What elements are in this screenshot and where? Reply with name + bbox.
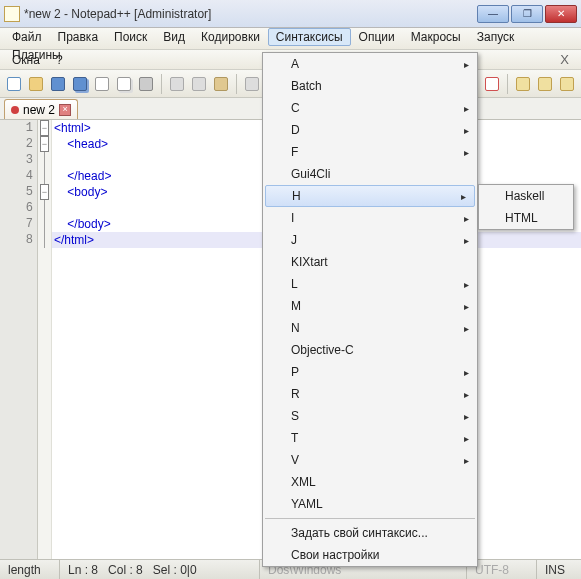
- syntax-subitem-haskell[interactable]: Haskell: [479, 185, 573, 207]
- unsaved-indicator-icon: [11, 106, 19, 114]
- menu-encoding[interactable]: Кодировки: [193, 28, 268, 46]
- line-number: 7: [0, 216, 37, 232]
- status-length: length: [0, 560, 60, 579]
- toolbar-separator: [236, 74, 237, 94]
- fold-line: [44, 232, 45, 248]
- toggle-icon[interactable]: [482, 74, 502, 94]
- line-number: 8: [0, 232, 37, 248]
- menu-run[interactable]: Запуск: [469, 28, 523, 46]
- undo-icon[interactable]: [242, 74, 262, 94]
- chevron-right-icon: ▸: [464, 59, 469, 70]
- syntax-h-submenu: Haskell HTML: [478, 184, 574, 230]
- menu-help[interactable]: ?: [48, 51, 71, 69]
- toolbar-separator: [507, 74, 508, 94]
- menu-syntax[interactable]: Синтаксисы: [268, 28, 351, 46]
- line-number-gutter: 1 2 3 4 5 6 7 8: [0, 120, 38, 579]
- close-button[interactable]: ✕: [545, 5, 577, 23]
- show-all-icon[interactable]: [535, 74, 555, 94]
- menubar: Файл Правка Поиск Вид Кодировки Синтакси…: [0, 28, 581, 50]
- fold-column: − − −: [38, 120, 52, 579]
- line-number: 6: [0, 200, 37, 216]
- syntax-item-f[interactable]: F▸: [263, 141, 477, 163]
- paste-icon[interactable]: [211, 74, 231, 94]
- menubar-close-x[interactable]: X: [552, 52, 577, 67]
- syntax-item-a[interactable]: A▸: [263, 53, 477, 75]
- chevron-right-icon: ▸: [464, 367, 469, 378]
- syntax-item-gui4cli[interactable]: Gui4Cli: [263, 163, 477, 185]
- close-file-icon[interactable]: [92, 74, 112, 94]
- tab-new2[interactable]: new 2 ×: [4, 99, 78, 119]
- chevron-right-icon: ▸: [461, 191, 466, 202]
- fold-line: [44, 216, 45, 232]
- tab-label: new 2: [23, 103, 55, 117]
- chevron-right-icon: ▸: [464, 411, 469, 422]
- line-number: 5: [0, 184, 37, 200]
- syntax-item-h[interactable]: H▸: [265, 185, 475, 207]
- syntax-item-c[interactable]: C▸: [263, 97, 477, 119]
- chevron-right-icon: ▸: [464, 235, 469, 246]
- syntax-item-settings[interactable]: Свои настройки: [263, 544, 477, 566]
- syntax-subitem-html[interactable]: HTML: [479, 207, 573, 229]
- chevron-right-icon: ▸: [464, 213, 469, 224]
- menu-view[interactable]: Вид: [155, 28, 193, 46]
- window-titlebar: *new 2 - Notepad++ [Administrator] — ❐ ✕: [0, 0, 581, 28]
- syntax-item-yaml[interactable]: YAML: [263, 493, 477, 515]
- menu-edit[interactable]: Правка: [50, 28, 107, 46]
- line-number: 2: [0, 136, 37, 152]
- chevron-right-icon: ▸: [464, 147, 469, 158]
- chevron-right-icon: ▸: [464, 301, 469, 312]
- cut-icon[interactable]: [167, 74, 187, 94]
- save-icon[interactable]: [48, 74, 68, 94]
- tab-close-icon[interactable]: ×: [59, 104, 71, 116]
- syntax-item-objc[interactable]: Objective-C: [263, 339, 477, 361]
- fold-box-icon[interactable]: −: [40, 120, 49, 136]
- menu-windows[interactable]: Окна: [4, 51, 48, 69]
- print-icon[interactable]: [136, 74, 156, 94]
- fold-box-icon[interactable]: −: [40, 136, 49, 152]
- syntax-item-v[interactable]: V▸: [263, 449, 477, 471]
- window-buttons: — ❐ ✕: [477, 5, 577, 23]
- syntax-item-m[interactable]: M▸: [263, 295, 477, 317]
- syntax-dropdown: A▸ Batch C▸ D▸ F▸ Gui4Cli H▸ I▸ J▸ KIXta…: [262, 52, 478, 567]
- syntax-item-r[interactable]: R▸: [263, 383, 477, 405]
- open-file-icon[interactable]: [26, 74, 46, 94]
- indent-guide-icon[interactable]: [557, 74, 577, 94]
- save-all-icon[interactable]: [70, 74, 90, 94]
- syntax-item-n[interactable]: N▸: [263, 317, 477, 339]
- menu-macros[interactable]: Макросы: [403, 28, 469, 46]
- chevron-right-icon: ▸: [464, 125, 469, 136]
- window-title: *new 2 - Notepad++ [Administrator]: [24, 7, 477, 21]
- syntax-item-custom[interactable]: Задать свой синтаксис...: [263, 522, 477, 544]
- menu-search[interactable]: Поиск: [106, 28, 155, 46]
- syntax-item-p[interactable]: P▸: [263, 361, 477, 383]
- chevron-right-icon: ▸: [464, 455, 469, 466]
- syntax-item-j[interactable]: J▸: [263, 229, 477, 251]
- status-insert-mode: INS: [537, 560, 581, 579]
- syntax-item-l[interactable]: L▸: [263, 273, 477, 295]
- syntax-item-batch[interactable]: Batch: [263, 75, 477, 97]
- syntax-item-d[interactable]: D▸: [263, 119, 477, 141]
- syntax-item-xml[interactable]: XML: [263, 471, 477, 493]
- menu-options[interactable]: Опции: [351, 28, 403, 46]
- close-all-icon[interactable]: [114, 74, 134, 94]
- minimize-button[interactable]: —: [477, 5, 509, 23]
- maximize-button[interactable]: ❐: [511, 5, 543, 23]
- fold-line: [44, 152, 45, 168]
- new-file-icon[interactable]: [4, 74, 24, 94]
- line-number: 4: [0, 168, 37, 184]
- syntax-item-t[interactable]: T▸: [263, 427, 477, 449]
- toolbar-separator: [161, 74, 162, 94]
- menu-separator: [265, 518, 475, 519]
- chevron-right-icon: ▸: [464, 323, 469, 334]
- syntax-item-s[interactable]: S▸: [263, 405, 477, 427]
- menu-file[interactable]: Файл: [4, 28, 50, 46]
- chevron-right-icon: ▸: [464, 279, 469, 290]
- wordwrap-icon[interactable]: [513, 74, 533, 94]
- status-position: Ln : 8 Col : 8 Sel : 0|0: [60, 560, 260, 579]
- syntax-item-i[interactable]: I▸: [263, 207, 477, 229]
- chevron-right-icon: ▸: [464, 433, 469, 444]
- copy-icon[interactable]: [189, 74, 209, 94]
- fold-box-icon[interactable]: −: [40, 184, 49, 200]
- app-icon: [4, 6, 20, 22]
- syntax-item-kixtart[interactable]: KIXtart: [263, 251, 477, 273]
